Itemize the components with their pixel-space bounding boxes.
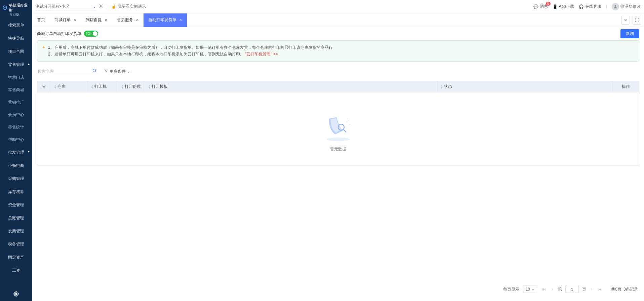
svg-point-5: [327, 138, 350, 141]
customer-service-label: 在线客服: [585, 4, 601, 9]
brand-logo: 畅捷通好业财: [0, 0, 32, 13]
sidebar-item-ecom[interactable]: 小畅电商: [0, 159, 32, 172]
main-area: 测试分开流程-小况 ⌄ | ☝ 我要看实例演示 💬 消息 8 📱 App下载 🎧…: [32, 0, 644, 301]
sidebar-item-wholesale[interactable]: 批发管理: [0, 146, 32, 159]
fullscreen-icon: ⛶: [635, 18, 639, 23]
more-conditions-button[interactable]: 更多条件 ⌄: [104, 69, 130, 74]
sidebar-item-funds[interactable]: 资金管理: [0, 198, 32, 212]
close-icon[interactable]: ✕: [73, 18, 76, 22]
per-page-select[interactable]: 10: [523, 286, 537, 293]
pagination: 每页显示 10 ⏮ ‹ 第 页 › ⏭ 共0页, 0条记录: [37, 282, 639, 296]
more-conditions-label: 更多条件: [110, 69, 126, 74]
project-name: 测试分开流程-小况: [36, 4, 69, 9]
toggle-label: 商城订单自动打印发货单: [37, 31, 81, 37]
demo-link[interactable]: ☝ 我要看实例演示: [111, 4, 146, 9]
empty-icon: [320, 113, 357, 143]
brand-name: 畅捷通好业财: [9, 3, 30, 13]
gear-icon: [13, 291, 19, 297]
toggle-knob: [93, 31, 97, 36]
customer-service-button[interactable]: 🎧 在线客服: [579, 4, 601, 9]
sidebar-item-project[interactable]: 项目合同: [0, 45, 32, 58]
tab-0[interactable]: 首页: [32, 13, 50, 27]
content: ✦ 1、启用后，商城下单付款成功后（如果有审核是在审核之后），自动打印发货单。如…: [32, 40, 644, 301]
bulb-icon: ✦: [42, 44, 45, 58]
user-menu[interactable]: 徐泽华修改: [612, 3, 641, 10]
sidebar-item-retail[interactable]: 零售管理: [0, 58, 32, 71]
cloud-printer-link[interactable]: "云打印机管理" >>: [245, 52, 278, 57]
project-selector[interactable]: 测试分开流程-小况 ⌄: [36, 3, 96, 10]
table-settings-button[interactable]: [37, 81, 51, 92]
sidebar-item-help[interactable]: 帮助中心: [0, 134, 32, 146]
sidebar-item-promo[interactable]: 营销推广: [0, 96, 32, 109]
page-label-left: 第: [558, 287, 562, 292]
message-icon: 💬: [533, 4, 538, 9]
search-icon[interactable]: [92, 68, 97, 74]
col-template[interactable]: ▴▾打印模板: [145, 81, 437, 92]
page-first-button[interactable]: ⏮: [540, 287, 547, 292]
notice-line-2: 2、发货单只可用云打印机来打，如果只有本地打印机，须将本地打印机添加为云打印机，…: [48, 52, 244, 57]
headset-icon: 🎧: [579, 4, 584, 9]
tab-1[interactable]: 商城订单✕: [50, 13, 81, 27]
sidebar-item-quick[interactable]: 快捷导航: [0, 32, 32, 45]
sidebar-item-salary[interactable]: 工资: [0, 264, 32, 277]
warehouse-search-input[interactable]: [37, 68, 97, 75]
page-summary: 共0页, 0条记录: [611, 287, 638, 292]
enable-toggle[interactable]: 启用: [84, 31, 98, 37]
sort-icon: ▴▾: [441, 84, 443, 89]
table-header: ▴▾仓库 ▴▾打印机 ▴▾打印份数 ▴▾打印模板 ▴▾状态 操作: [37, 81, 639, 92]
tab-4[interactable]: 自动打印发货单✕: [144, 13, 187, 27]
notice-box: ✦ 1、启用后，商城下单付款成功后（如果有审核是在审核之后），自动打印发货单。如…: [37, 40, 639, 62]
close-icon[interactable]: ✕: [179, 18, 182, 22]
tab-2[interactable]: 到店自提✕: [81, 13, 112, 27]
sidebar-item-inventory[interactable]: 库存核算: [0, 185, 32, 198]
phone-icon: 📱: [553, 4, 558, 9]
filter-icon: [104, 69, 108, 74]
messages-badge: 8: [546, 2, 551, 6]
sidebar-item-tax[interactable]: 税务管理: [0, 238, 32, 251]
page-input[interactable]: [565, 286, 579, 293]
tab-label: 到店自提: [86, 17, 102, 23]
topbar: 测试分开流程-小况 ⌄ | ☝ 我要看实例演示 💬 消息 8 📱 App下载 🎧…: [32, 0, 644, 13]
close-all-tabs-button[interactable]: ✕: [621, 16, 630, 25]
sort-icon: ▴▾: [149, 84, 150, 89]
close-icon: ✕: [624, 18, 627, 23]
page-prev-button[interactable]: ‹: [551, 287, 555, 292]
col-warehouse[interactable]: ▴▾仓库: [51, 81, 88, 92]
sidebar-item-mall[interactable]: 零售商城: [0, 84, 32, 96]
user-name: 徐泽华修改: [620, 4, 641, 9]
user-icon: [613, 4, 618, 9]
tab-3[interactable]: 售后服务✕: [112, 13, 144, 27]
page-last-button[interactable]: ⏭: [597, 287, 604, 292]
sidebar-item-stats[interactable]: 零售统计: [0, 121, 32, 134]
app-download-button[interactable]: 📱 App下载: [553, 4, 574, 9]
sidebar-item-invoice[interactable]: 发票管理: [0, 225, 32, 238]
toolbar: 商城订单自动打印发货单 启用 新增: [32, 27, 644, 40]
svg-point-3: [93, 69, 95, 72]
page-next-button[interactable]: ›: [590, 287, 594, 292]
close-icon[interactable]: ✕: [105, 18, 108, 22]
logo-icon: [2, 5, 8, 11]
sidebar-item-store[interactable]: 智慧门店: [0, 71, 32, 84]
empty-state: 暂无数据: [37, 92, 639, 165]
sidebar-item-search[interactable]: 搜索菜单: [0, 19, 32, 32]
sidebar-item-member[interactable]: 会员中心: [0, 109, 32, 121]
avatar: [612, 3, 619, 10]
col-printer[interactable]: ▴▾打印机: [88, 81, 118, 92]
sidebar-settings[interactable]: [0, 288, 32, 301]
col-status[interactable]: ▴▾状态: [437, 81, 612, 92]
sidebar-item-asset[interactable]: 固定资产: [0, 251, 32, 264]
app-download-label: App下载: [559, 4, 574, 9]
col-copies[interactable]: ▴▾打印份数: [118, 81, 145, 92]
tab-label: 自动打印发货单: [148, 17, 176, 23]
sidebar-item-purchase[interactable]: 采购管理: [0, 172, 32, 185]
gear-icon: [42, 84, 46, 89]
sidebar: 畅捷通好业财 专业版 搜索菜单快捷导航项目合同零售管理智慧门店零售商城营销推广会…: [0, 0, 32, 301]
per-page-label: 每页显示: [503, 287, 519, 292]
hand-icon: ☝: [111, 4, 116, 9]
sidebar-item-gl[interactable]: 总账管理: [0, 212, 32, 225]
fullscreen-button[interactable]: ⛶: [633, 16, 641, 25]
add-button[interactable]: 新增: [620, 29, 639, 38]
close-icon[interactable]: ✕: [136, 18, 139, 22]
messages-button[interactable]: 💬 消息 8: [533, 4, 548, 9]
project-settings[interactable]: [96, 4, 106, 9]
